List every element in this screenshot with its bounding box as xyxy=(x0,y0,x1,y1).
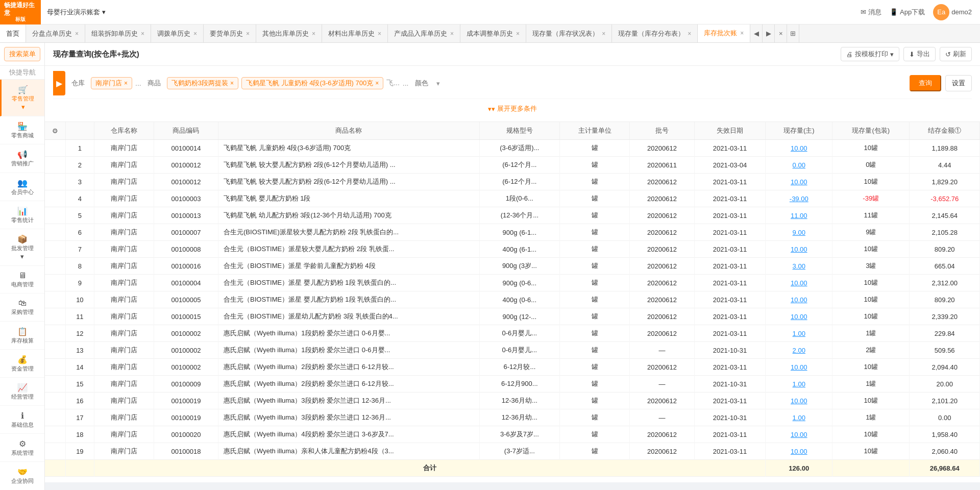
tab-zuzhuang-label: 组装拆卸单历史 xyxy=(91,29,138,38)
row-stock-main[interactable]: 10.00 xyxy=(766,426,832,443)
tab-kucunpicizh-close[interactable]: × xyxy=(740,30,744,37)
tab-diaobo-close[interactable]: × xyxy=(193,30,197,37)
refresh-btn[interactable]: ↺ 刷新 xyxy=(940,47,972,61)
row-stock-main[interactable]: 0.00 xyxy=(766,157,832,174)
tab-zuzhuang-close[interactable]: × xyxy=(141,30,144,37)
tab-qitachuku-close[interactable]: × xyxy=(312,30,315,37)
tab-kucunpicizh[interactable]: 库存批次账 × xyxy=(698,24,750,43)
row-stock-main[interactable]: 10.00 xyxy=(766,291,832,308)
row-stock-main[interactable]: 1.00 xyxy=(766,409,832,426)
sidebar-item-member-center[interactable]: 👥 会员中心 xyxy=(0,173,44,201)
tab-nav-right[interactable]: ▶ xyxy=(763,24,775,43)
user-profile[interactable]: Ea demo2 xyxy=(933,4,972,20)
product-filter-more-dots[interactable]: ... xyxy=(403,79,409,87)
sidebar-item-marketing[interactable]: 📢 营销推广 xyxy=(0,144,44,173)
sidebar-item-inventory[interactable]: 📋 库存核算 xyxy=(0,322,44,350)
print-template-btn[interactable]: 🖨 按模板打印 ▾ xyxy=(841,47,899,61)
sidebar-item-ecommerce[interactable]: 🖥 电商管理 xyxy=(0,266,44,293)
tab-chanchenpin-close[interactable]: × xyxy=(450,30,454,37)
product-tag-1-close[interactable]: × xyxy=(230,80,234,87)
settings-btn[interactable]: 设置 xyxy=(945,75,972,91)
tab-nav-menu[interactable]: ⊞ xyxy=(787,24,799,43)
row-stock-main[interactable]: 10.00 xyxy=(766,140,832,157)
expand-down-icon: ▾▾ xyxy=(488,105,495,113)
tab-xiancunliang1[interactable]: 现存量（库存状况表） × xyxy=(526,24,612,43)
warehouse-tag[interactable]: 南岸门店 × xyxy=(91,77,132,89)
row-batch: 20200612 xyxy=(630,140,694,157)
tab-cailiaochu-close[interactable]: × xyxy=(378,30,381,37)
row-settings-cell xyxy=(45,325,65,342)
tab-nav-close[interactable]: × xyxy=(775,24,787,43)
tab-fenpandian-close[interactable]: × xyxy=(75,30,79,37)
query-btn[interactable]: 查询 xyxy=(910,75,941,91)
row-stock-main[interactable]: 10.00 xyxy=(766,393,832,409)
row-stock-main[interactable]: 10.00 xyxy=(766,443,832,460)
row-unit: 罐 xyxy=(559,224,630,241)
row-stock-main[interactable]: 9.00 xyxy=(766,224,832,241)
finance-icon: 💰 xyxy=(17,355,28,364)
app-download-btn[interactable]: 📱 App下载 xyxy=(890,8,925,17)
sidebar-item-retail-mgmt[interactable]: 🛒 零售管理 ▾ xyxy=(0,80,44,116)
tab-zuzhuang[interactable]: 组装拆卸单历史 × xyxy=(85,24,151,43)
tab-yaohuo-close[interactable]: × xyxy=(246,30,250,37)
row-expiry: 2021-03-11 xyxy=(694,258,766,275)
quick-nav-btn[interactable]: 快捷导航 xyxy=(0,66,44,80)
expand-more-btn[interactable]: ▾▾ 展开更多条件 xyxy=(488,102,537,115)
tab-diaobo[interactable]: 调拨单历史 × xyxy=(151,24,204,43)
warehouse-tag-close[interactable]: × xyxy=(124,80,128,87)
search-menu-button[interactable]: 搜索菜单 xyxy=(4,47,40,61)
sidebar-item-retail-shop[interactable]: 🏪 零售商城 xyxy=(0,116,44,144)
tab-xiancunliang2-close[interactable]: × xyxy=(688,30,691,37)
row-unit: 罐 xyxy=(559,174,630,190)
tab-xiancunliang2[interactable]: 现存量（库存分布表） × xyxy=(612,24,698,43)
row-name: 合生元（BIOSTIME）派星较大婴儿配方奶粉 2段 乳铁蛋... xyxy=(218,241,480,258)
tab-xiancunliang1-close[interactable]: × xyxy=(602,30,605,37)
message-btn[interactable]: ✉ 消息 xyxy=(861,8,881,17)
row-stock-main[interactable]: 11.00 xyxy=(766,207,832,224)
row-stock-main[interactable]: 2.00 xyxy=(766,342,832,359)
row-stock-main[interactable]: 10.00 xyxy=(766,241,832,258)
product-tag-2[interactable]: 飞鹤星飞帆 儿童奶粉 4段(3-6岁适用) 700克 × xyxy=(241,77,383,89)
tab-fenpandian[interactable]: 分盘点单历史 × xyxy=(26,24,85,43)
product-filter-dots[interactable]: 飞... xyxy=(386,79,400,88)
sidebar-item-batch-mgmt[interactable]: 📦 批发管理 ▾ xyxy=(0,229,44,266)
sidebar-item-operations[interactable]: 📈 经营管理 xyxy=(0,378,44,406)
sidebar-item-system[interactable]: ⚙ 系统管理 xyxy=(0,434,44,462)
row-stock-main[interactable]: 1.00 xyxy=(766,376,832,393)
warehouse-filter-dots[interactable]: ... xyxy=(135,79,141,87)
export-btn[interactable]: ⬇ 导出 xyxy=(903,47,936,61)
tab-chengben[interactable]: 成本调整单历史 × xyxy=(460,24,526,43)
row-stock-pkg: 10罐 xyxy=(832,359,910,376)
product-tag-2-close[interactable]: × xyxy=(375,80,379,87)
row-stock-main[interactable]: 10.00 xyxy=(766,308,832,325)
tab-qitachuku[interactable]: 其他出库单历史 × xyxy=(256,24,322,43)
color-filter-chevron[interactable]: ▾ xyxy=(436,80,440,87)
row-stock-main[interactable]: 10.00 xyxy=(766,275,832,291)
product-tag-1[interactable]: 飞鹤奶粉3段两提装 × xyxy=(167,77,238,89)
col-settings[interactable]: ⚙ xyxy=(45,122,65,140)
sidebar-item-purchase[interactable]: 🛍 采购管理 xyxy=(0,293,44,321)
sidebar-item-enterprise[interactable]: 🤝 企业协同 xyxy=(0,462,44,490)
row-stock-main[interactable]: 10.00 xyxy=(766,174,832,190)
total-stock-main: 126.00 xyxy=(766,460,832,477)
tab-yaohuo[interactable]: 要货单历史 × xyxy=(204,24,256,43)
company-dropdown[interactable]: 母婴行业演示账套 ▾ xyxy=(47,8,108,17)
tab-nav-left[interactable]: ◀ xyxy=(750,24,763,43)
row-spec: 400g (0-6... xyxy=(479,291,559,308)
row-stock-main[interactable]: 3.00 xyxy=(766,258,832,275)
filter-expand-arrow[interactable]: ▶ xyxy=(53,71,65,95)
row-stock-main[interactable]: 1.00 xyxy=(766,325,832,342)
tab-home[interactable]: 首页 xyxy=(0,24,26,43)
row-stock-main[interactable]: -39.00 xyxy=(766,190,832,207)
tab-chanchenpin[interactable]: 产成品入库单历史 × xyxy=(388,24,460,43)
row-no: 4 xyxy=(65,190,94,207)
sidebar-item-base-info[interactable]: ℹ 基础信息 xyxy=(0,406,44,434)
settings-label: 设置 xyxy=(952,79,965,87)
sidebar-item-finance[interactable]: 💰 资金管理 xyxy=(0,350,44,378)
tab-chengben-close[interactable]: × xyxy=(516,30,520,37)
tab-cailiaochu[interactable]: 材料出库单历史 × xyxy=(322,24,388,43)
table-row: 14 南岸门店 00100002 惠氏启赋（Wyeth illuma）2段奶粉 … xyxy=(45,359,980,376)
row-stock-main[interactable]: 10.00 xyxy=(766,359,832,376)
sidebar-item-retail-stats[interactable]: 📊 零售统计 xyxy=(0,201,44,229)
filter-area: ▶ 仓库 南岸门店 × ... 商品 飞鹤奶粉3段两提装 × 飞鹤星飞帆 儿童奶… xyxy=(45,66,980,122)
